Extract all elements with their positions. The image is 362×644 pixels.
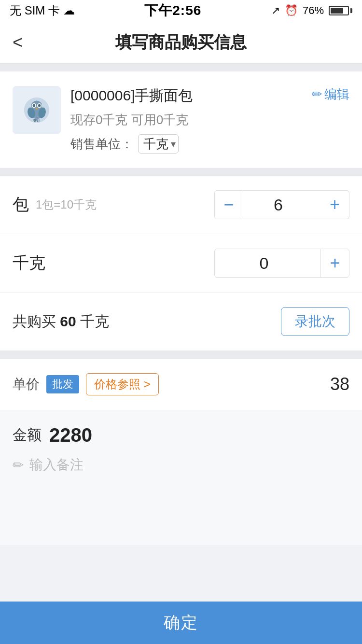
top-divider — [0, 64, 362, 71]
bao-minus-button[interactable]: − — [214, 190, 243, 219]
product-stock: 现存0千克 可用0千克 — [70, 112, 349, 128]
confirm-button-label: 确定 — [164, 612, 198, 634]
unit-select-wrap[interactable]: 千克 包 克 — [138, 134, 179, 154]
battery-percent: 76% — [303, 4, 324, 17]
bao-label-group: 包 1包=10千克 — [13, 194, 214, 216]
page-title: 填写商品购买信息 — [115, 31, 247, 54]
quantity-row-bao: 包 1包=10千克 − + — [0, 176, 362, 234]
kg-label-group: 千克 — [13, 252, 214, 274]
nav-bar: < 填写商品购买信息 — [0, 21, 362, 64]
kg-quantity-control: + — [214, 249, 349, 278]
status-right: ↗ ⏰ 76% — [271, 4, 352, 17]
price-left: 单价 批发 价格参照 > — [13, 373, 159, 395]
note-row[interactable]: ✏ 输入备注 — [13, 456, 349, 474]
confirm-section[interactable]: 确定 — [0, 602, 362, 644]
price-ref-label: 价格参照 > — [94, 377, 151, 392]
quantity-row-kg: 千克 + — [0, 234, 362, 293]
section-divider-2 — [0, 350, 362, 358]
bao-quantity-input[interactable] — [243, 190, 320, 219]
bao-main-label: 包 — [13, 194, 29, 216]
svg-point-6 — [38, 104, 41, 107]
product-card: 智计 [0000006]手撕面包 ✏ 编辑 现存0千克 可用0千克 销售单位： … — [0, 71, 362, 168]
bao-quantity-control: − + — [214, 190, 349, 219]
svg-text:智计: 智计 — [33, 118, 41, 123]
product-thumbnail: 智计 — [13, 86, 61, 134]
alarm-icon: ⏰ — [285, 4, 298, 17]
total-row: 共购买 60 千克 录批次 — [0, 293, 362, 350]
kg-plus-button[interactable]: + — [320, 249, 349, 278]
price-section: 单价 批发 价格参照 > 38 — [0, 358, 362, 410]
product-logo: 智计 — [23, 97, 50, 124]
sim-label: 无 SIM 卡 ☁ — [10, 3, 75, 18]
amount-label: 金额 — [13, 425, 42, 445]
amount-row: 金额 2280 — [13, 424, 349, 446]
product-info: [0000006]手撕面包 ✏ 编辑 现存0千克 可用0千克 销售单位： 千克 … — [70, 86, 349, 154]
status-bar: 无 SIM 卡 ☁ 下午2:56 ↗ ⏰ 76% — [0, 0, 362, 21]
amount-value: 2280 — [49, 424, 92, 446]
bao-sub-label: 1包=10千克 — [36, 197, 97, 212]
bao-plus-button[interactable]: + — [320, 190, 349, 219]
price-value: 38 — [330, 374, 349, 394]
battery-icon — [329, 6, 352, 15]
total-text: 共购买 60 千克 — [13, 312, 109, 332]
price-badge: 批发 — [46, 375, 79, 393]
status-time: 下午2:56 — [144, 1, 201, 20]
kg-quantity-input[interactable] — [214, 249, 320, 278]
location-icon: ↗ — [271, 4, 280, 17]
note-placeholder[interactable]: 输入备注 — [29, 456, 84, 474]
status-left: 无 SIM 卡 ☁ — [10, 3, 75, 18]
back-button[interactable]: < — [13, 32, 23, 53]
kg-main-label: 千克 — [13, 252, 45, 274]
product-name: [0000006]手撕面包 — [70, 86, 312, 106]
quantity-section: 包 1包=10千克 − + 千克 + — [0, 176, 362, 293]
unit-label: 销售单位： — [70, 136, 133, 153]
amount-section: 金额 2280 ✏ 输入备注 — [0, 410, 362, 545]
unit-select[interactable]: 千克 包 克 — [138, 134, 179, 154]
price-ref-button[interactable]: 价格参照 > — [86, 373, 159, 395]
batch-button[interactable]: 录批次 — [281, 307, 349, 336]
edit-label: 编辑 — [324, 86, 349, 103]
price-label: 单价 — [13, 375, 40, 393]
edit-button[interactable]: ✏ 编辑 — [312, 86, 349, 103]
svg-point-5 — [33, 104, 36, 107]
edit-icon: ✏ — [312, 87, 322, 102]
bottom-spacer — [0, 545, 362, 588]
section-divider-1 — [0, 168, 362, 176]
pencil-icon: ✏ — [13, 457, 24, 473]
total-amount: 60 — [60, 313, 76, 329]
product-unit-row: 销售单位： 千克 包 克 — [70, 134, 349, 154]
